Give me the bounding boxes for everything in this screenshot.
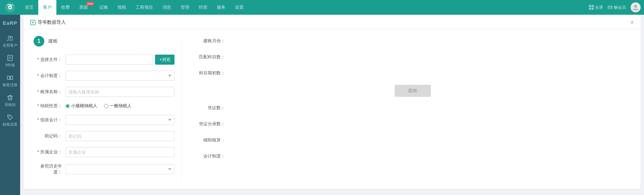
- company-input[interactable]: [65, 147, 175, 157]
- sidebar-item-trash[interactable]: 回收站: [1, 91, 19, 110]
- reference-year-label: 参照历史年度：: [34, 163, 62, 175]
- dialog-body: 1 建账 * 选择文件： +浏览 * 会计制度：: [23, 29, 641, 188]
- build-button[interactable]: 建账: [395, 85, 431, 97]
- voucher-count-label: 凭证数：: [195, 105, 225, 111]
- nav-business[interactable]: 工商项目: [131, 0, 158, 15]
- voucher-entries-label: 凭证分录数：: [195, 121, 225, 127]
- ledger-name-row: * 账簿名称：: [34, 87, 175, 97]
- accountant-row: * 指派会计：: [34, 115, 175, 125]
- company-label: * 所属企业：: [34, 149, 62, 155]
- form-step-header: 1 建账: [34, 36, 175, 47]
- sidebar-item-label: 回收站: [5, 102, 16, 107]
- svg-point-9: [11, 37, 13, 38]
- svg-point-7: [634, 5, 637, 8]
- build-btn-area: 建账: [195, 85, 631, 97]
- dialog-close-button[interactable]: ×: [630, 19, 634, 25]
- tax-type-label: * 纳税性质：: [34, 103, 62, 109]
- nav-tax[interactable]: 报税: [113, 0, 131, 15]
- vip-btn[interactable]: 畅会员: [608, 5, 626, 10]
- company-row: * 所属企业：: [34, 147, 175, 157]
- nav-customer[interactable]: 客户: [38, 0, 56, 15]
- svg-rect-11: [7, 76, 10, 79]
- accounting-system-row: * 会计制度：: [34, 71, 175, 81]
- sidebar-item-label: 全部客户: [3, 43, 17, 48]
- svg-rect-4: [589, 8, 591, 9]
- accountant-select[interactable]: [65, 115, 175, 125]
- voucher-entries-row: 凭证分录数：: [195, 119, 631, 129]
- sidebar-item-label: 0申报: [5, 63, 15, 68]
- step-label: 建账: [48, 38, 58, 44]
- tax-small-radio[interactable]: 小规模纳税人: [65, 103, 97, 109]
- subject-initial-label: 科目期初数：: [195, 70, 225, 76]
- nav-fees[interactable]: 收费: [56, 0, 75, 15]
- dialog-panel: 导爷数据导入 × 1 建账 * 选择文件： +浏览: [23, 15, 641, 189]
- build-month-value: [229, 36, 631, 46]
- import-icon: [30, 20, 36, 25]
- nav-operation[interactable]: 经营: [194, 0, 212, 15]
- aux-accounting-value: [229, 135, 631, 145]
- tax-general-radio[interactable]: 一般纳税人: [104, 103, 132, 109]
- nav-bookkeeping[interactable]: 记账: [95, 0, 113, 15]
- nav-settings[interactable]: 设置: [230, 0, 248, 15]
- accounting-system-label: * 会计制度：: [34, 73, 62, 79]
- reference-year-select[interactable]: [65, 164, 175, 174]
- match-subjects-value: [229, 52, 631, 62]
- accounting-system-info-row: 会计制度：: [195, 151, 631, 161]
- ledger-name-label: * 账簿名称：: [34, 89, 62, 95]
- memo-code-label: 助记码：: [34, 133, 62, 139]
- file-select-row: * 选择文件： +浏览: [34, 55, 175, 65]
- dialog-title: 导爷数据导入: [30, 19, 66, 25]
- nav-right: 全屏 畅会员: [589, 2, 641, 12]
- accounting-system-info-value: [229, 151, 631, 161]
- build-month-row: 建账月份：: [195, 36, 631, 46]
- tax-small-input[interactable]: [65, 104, 70, 108]
- browse-button[interactable]: +浏览: [155, 55, 175, 65]
- sidebar-branding: EaRP: [1, 18, 18, 28]
- new-badge: new: [86, 2, 94, 5]
- sidebar-item-all-customers[interactable]: 全部客户: [1, 32, 19, 51]
- tax-general-input[interactable]: [104, 104, 108, 108]
- form-left: 1 建账 * 选择文件： +浏览 * 会计制度：: [34, 36, 175, 181]
- nav-items: 首页 客户 收费 票据 new 记账 报税 工商项目 消息 管理 经营 服务 设…: [20, 0, 589, 15]
- nav-message[interactable]: 消息: [158, 0, 176, 15]
- subject-initial-row: 科目期初数：: [195, 68, 631, 78]
- file-label: * 选择文件：: [34, 57, 62, 63]
- accountant-label: * 指派会计：: [34, 117, 62, 123]
- sidebar-item-label: 账套迁移: [3, 82, 17, 87]
- svg-rect-3: [592, 5, 593, 7]
- memo-code-input[interactable]: [65, 131, 175, 141]
- sidebar-item-declaration[interactable]: 0申报: [1, 52, 19, 70]
- step-circle: 1: [34, 36, 44, 47]
- aux-accounting-row: 辅助核算：: [195, 135, 631, 145]
- aux-accounting-label: 辅助核算：: [195, 137, 225, 143]
- avatar[interactable]: [631, 2, 641, 12]
- main-content: 导爷数据导入 × 1 建账 * 选择文件： +浏览: [20, 15, 644, 195]
- voucher-count-value: [229, 103, 631, 113]
- file-input-group: +浏览: [65, 55, 175, 65]
- sidebar-item-migration[interactable]: 账套迁移: [1, 72, 19, 90]
- form-right: 建账月份： 匹配科目数： 科目期初数： 建账 凭证数：: [181, 36, 631, 181]
- voucher-count-row: 凭证数：: [195, 103, 631, 113]
- logo[interactable]: [3, 1, 17, 14]
- subject-initial-value: [229, 68, 631, 78]
- voucher-entries-value: [229, 119, 631, 129]
- nav-service[interactable]: 服务: [212, 0, 230, 15]
- svg-point-8: [8, 36, 11, 39]
- file-input[interactable]: [65, 55, 153, 65]
- nav-home[interactable]: 首页: [20, 0, 38, 15]
- memo-code-row: 助记码：: [34, 131, 175, 141]
- sidebar-item-tag-settings[interactable]: 标签设置: [1, 111, 19, 130]
- fullscreen-btn[interactable]: 全屏: [589, 5, 603, 10]
- dialog-header: 导爷数据导入 ×: [23, 15, 641, 29]
- nav-manage[interactable]: 管理: [176, 0, 194, 15]
- accounting-system-info-label: 会计制度：: [195, 153, 225, 159]
- match-subjects-row: 匹配科目数：: [195, 52, 631, 62]
- ledger-name-input[interactable]: [65, 87, 175, 97]
- build-month-label: 建账月份：: [195, 38, 225, 44]
- nav-invoice[interactable]: 票据 new: [75, 0, 95, 15]
- svg-rect-6: [608, 6, 612, 9]
- svg-rect-5: [592, 8, 593, 9]
- svg-rect-2: [589, 5, 591, 7]
- tax-type-row: * 纳税性质： 小规模纳税人 一般纳税人: [34, 103, 175, 109]
- accounting-system-select[interactable]: [65, 71, 175, 81]
